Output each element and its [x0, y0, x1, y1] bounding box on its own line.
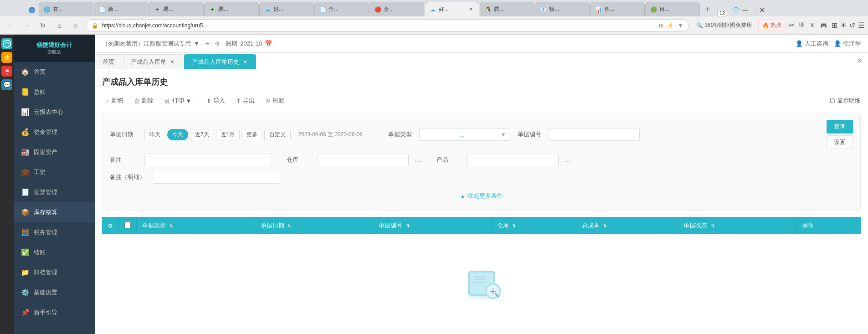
last7-btn[interactable]: 近7天: [190, 129, 214, 140]
browser-tab[interactable]: 📊 各...: [590, 2, 645, 16]
yesterday-btn[interactable]: 昨天: [144, 129, 165, 140]
remark-detail-input[interactable]: [153, 171, 280, 184]
browser-tab[interactable]: 🐧 腾...: [480, 2, 534, 16]
sidebar-item-settings[interactable]: ⚙️ 基础设置: [14, 283, 95, 303]
yuan-button[interactable]: ¥: [809, 22, 816, 29]
add-button[interactable]: + 新增: [102, 95, 127, 107]
home-button[interactable]: ⌂: [53, 19, 66, 32]
sidebar-item-ledger[interactable]: 📒 总账: [14, 82, 95, 102]
translate-button[interactable]: 译: [797, 21, 806, 29]
add-company-button[interactable]: +: [205, 40, 209, 48]
page-tab-close-button[interactable]: ✕: [242, 59, 248, 65]
menu-button[interactable]: ☰: [858, 21, 864, 30]
app-icon-weibo[interactable]: 📮: [1, 66, 12, 77]
fire-icon: 🔥: [762, 22, 769, 29]
back-button[interactable]: ←: [4, 19, 16, 32]
warehouse-dots[interactable]: ...: [412, 156, 422, 164]
company-settings-button[interactable]: ⚙: [215, 40, 220, 47]
product-dots[interactable]: ...: [562, 156, 572, 164]
last-month-btn[interactable]: 近1月: [216, 129, 240, 140]
user-profile[interactable]: 👤 徐泽华: [834, 40, 861, 48]
display-toggle[interactable]: ☐ 显示明细: [830, 97, 861, 105]
tab-count-badge[interactable]: 12: [717, 10, 727, 16]
warehouse-filter-input[interactable]: [318, 154, 409, 166]
bookmark-button[interactable]: ☆: [69, 19, 82, 32]
print-button[interactable]: 🖨 打印 ▼: [161, 95, 195, 107]
browser-tab[interactable]: 🟢 目...: [645, 2, 700, 16]
top-bar-right: 👤 人工咨询 👤 徐泽华: [796, 40, 861, 48]
today-btn[interactable]: 今天: [167, 129, 188, 140]
sidebar-item-archive[interactable]: 📁 归档管理: [14, 262, 95, 283]
sidebar-item-funds[interactable]: 💰 资金管理: [14, 122, 95, 142]
tab-close-button[interactable]: ✕: [467, 6, 474, 13]
browser-tab[interactable]: 📄 新...: [94, 2, 149, 16]
browser-tab[interactable]: 🔴 企...: [370, 2, 424, 16]
new-tab-button[interactable]: +: [700, 2, 715, 16]
company-selector[interactable]: （勿删勿禁用）江西服宝测试专用 ▼: [102, 40, 200, 48]
browser-tab[interactable]: 📧 畅...: [535, 2, 590, 16]
calendar-icon[interactable]: 📅: [265, 40, 272, 47]
app-icon-chanjet[interactable]: [1, 38, 12, 49]
select-all-checkbox[interactable]: [124, 222, 131, 228]
sidebar-item-reports[interactable]: 📊 云报表中心: [14, 102, 95, 122]
th-warehouse[interactable]: 仓库 ⇅: [491, 217, 576, 234]
search-bar[interactable]: 🔍 360智能抠图免费用: [693, 20, 755, 31]
th-number[interactable]: 单据编号 ⇅: [373, 217, 492, 234]
sidebar-item-salary[interactable]: 💼 工资: [14, 162, 95, 182]
th-date[interactable]: 单据日期 ⇅: [255, 217, 373, 234]
th-total-cost[interactable]: 总成本 ⇅: [576, 217, 678, 234]
collapse-button[interactable]: ▲ 收起更多条件: [110, 188, 853, 204]
page-tab-history[interactable]: 产成品入库单历史 ✕: [184, 54, 256, 69]
refresh-button[interactable]: ↻: [36, 19, 49, 32]
close-button[interactable]: ✕: [759, 6, 765, 15]
page-tab-home[interactable]: 首页: [95, 54, 122, 69]
th-checkbox[interactable]: [119, 217, 137, 234]
scissors-icon: ✂: [788, 21, 794, 30]
page-tab-close-button[interactable]: ✕: [169, 59, 175, 65]
game-button[interactable]: 🎮: [818, 22, 829, 29]
import-button[interactable]: ⬇ 导入: [203, 95, 229, 107]
refresh-button[interactable]: ↻ 刷新: [262, 95, 288, 107]
sidebar-item-checkout[interactable]: ✅ 结账: [14, 242, 95, 262]
delete-button[interactable]: 🗑 删除: [130, 95, 157, 107]
app-icon-star[interactable]: ⭐: [1, 52, 12, 63]
sidebar-item-tax[interactable]: 🧮 税务管理: [14, 222, 95, 242]
th-status[interactable]: 单据状态 ⇅: [678, 217, 796, 234]
browser-tab[interactable]: ✦ 易...: [149, 2, 204, 16]
close-panel-button[interactable]: ✕: [851, 52, 868, 69]
product-filter-input[interactable]: [467, 154, 559, 166]
sidebar-item-guide[interactable]: 📌 新手引导: [14, 303, 95, 323]
browser-tab[interactable]: 🌐 在...: [39, 2, 93, 16]
sidebar-item-home[interactable]: 🏠 首页: [14, 62, 95, 82]
page-tab-inventory[interactable]: 产成品入库单 ✕: [123, 54, 183, 69]
more-date-btn[interactable]: 更多: [241, 129, 262, 140]
customer-service-button[interactable]: 👤 人工咨询: [796, 40, 828, 48]
address-input[interactable]: 🔒 https://cloud.chanjet.com/accounting/u…: [86, 19, 689, 32]
setting-button[interactable]: 设置: [827, 135, 853, 149]
type-select[interactable]: ... ▼: [419, 128, 510, 141]
maximize-button[interactable]: ⬜: [750, 7, 757, 14]
remark-filter-input[interactable]: [144, 154, 272, 166]
export-button[interactable]: ⬆ 导出: [232, 95, 258, 107]
th-settings[interactable]: ⚙: [102, 217, 119, 234]
browser-tab[interactable]: 📄 个...: [314, 2, 369, 16]
minimize-button[interactable]: ─: [742, 6, 747, 15]
sync-button[interactable]: ↺: [849, 21, 855, 30]
custom-date-btn[interactable]: 自定义: [264, 129, 291, 140]
hot-search-button[interactable]: 🔥 热搜: [758, 20, 786, 31]
browser-tab[interactable]: ☁ 好...: [259, 2, 314, 16]
sidebar-item-inventory[interactable]: 📦 库存核算: [14, 202, 95, 222]
browser-tab-active[interactable]: ☁ 好... ✕: [425, 2, 479, 16]
sidebar-item-invoice[interactable]: 🧾 发票管理: [14, 182, 95, 202]
browser-tab[interactable]: ✦ 易...: [204, 2, 259, 16]
app-icon-msg[interactable]: 💬: [1, 79, 12, 90]
ssl-icon: 🔒: [92, 22, 98, 29]
user-name: 徐泽华: [843, 40, 861, 48]
theme-button[interactable]: ☀: [840, 21, 847, 30]
query-button[interactable]: 查询: [827, 120, 853, 134]
num-filter-input[interactable]: [549, 128, 640, 141]
sidebar-item-assets[interactable]: 🏭 固定资产: [14, 142, 95, 162]
apps-button[interactable]: ⊞: [832, 21, 837, 30]
forward-button[interactable]: →: [20, 19, 33, 32]
th-type[interactable]: 单据类型 ⇅: [137, 217, 255, 234]
